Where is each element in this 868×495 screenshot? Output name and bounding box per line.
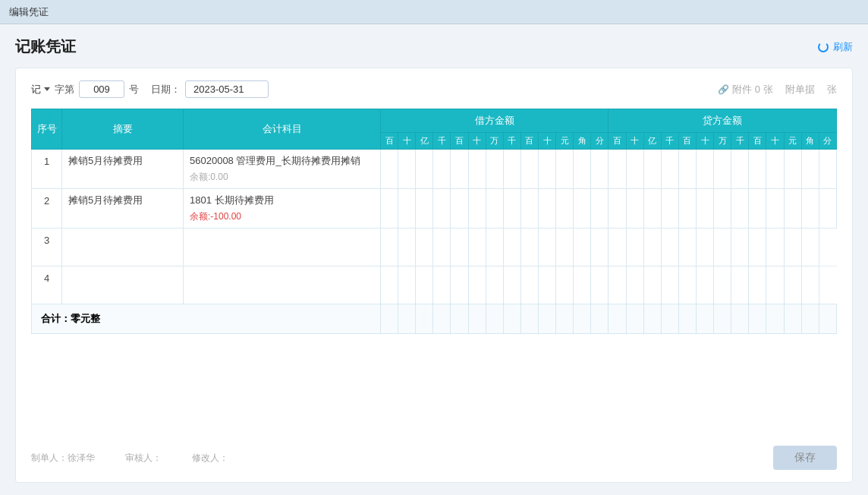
zi-label: 字第 xyxy=(55,83,74,96)
row1-d13[interactable] xyxy=(591,150,609,189)
date-label: 日期： xyxy=(151,83,181,96)
page-zhang-label: 张 xyxy=(827,83,837,96)
row1-c3[interactable] xyxy=(643,150,661,189)
row2-c8[interactable] xyxy=(731,189,749,229)
row2-d9[interactable] xyxy=(520,189,538,229)
table-header-top: 序号 摘要 会计科目 借方金额 贷方金额 xyxy=(32,109,837,133)
debit-digit-bai3: 百 xyxy=(520,133,538,150)
paperclip-icon: 🔗 xyxy=(718,84,729,95)
row3-account[interactable] xyxy=(184,229,381,266)
row1-c7[interactable] xyxy=(714,150,731,189)
row3-summary[interactable] xyxy=(62,229,184,266)
form-row: 记 字第 号 日期： 🔗 附件 0 张 xyxy=(31,80,837,98)
table-row: 2 摊销5月待摊费用 1801 长期待摊费用 余额:-100.00 xyxy=(32,189,837,229)
row1-d8[interactable] xyxy=(503,150,520,189)
row1-d11[interactable] xyxy=(556,150,574,189)
credit-digit-yuan: 元 xyxy=(784,133,801,150)
voucher-prefix: 记 xyxy=(31,83,41,96)
row2-d2[interactable] xyxy=(398,189,416,229)
row2-c1[interactable] xyxy=(609,189,626,229)
row2-d4[interactable] xyxy=(433,189,451,229)
reviewer-label: 审核人： xyxy=(125,452,162,463)
row1-c12[interactable] xyxy=(801,150,819,189)
creator-info: 制单人：徐泽华 xyxy=(31,452,95,465)
attachment-link[interactable]: 🔗 附件 0 张 xyxy=(718,83,773,96)
row2-c5[interactable] xyxy=(678,189,696,229)
modifier-info: 修改人： xyxy=(192,452,228,465)
debit-digit-shi3: 十 xyxy=(538,133,555,150)
row2-d8[interactable] xyxy=(503,189,520,229)
row1-c11[interactable] xyxy=(784,150,801,189)
debit-digit-fen: 分 xyxy=(591,133,609,150)
row1-d2[interactable] xyxy=(398,150,416,189)
row2-c7[interactable] xyxy=(714,189,731,229)
row1-account[interactable]: 56020008 管理费用_长期待摊费用摊销 余额:0.00 xyxy=(184,150,381,189)
debit-digit-qian2: 千 xyxy=(503,133,520,150)
row2-c4[interactable] xyxy=(661,189,678,229)
reviewer-info: 审核人： xyxy=(125,452,162,465)
row1-d12[interactable] xyxy=(574,150,591,189)
row2-d7[interactable] xyxy=(486,189,503,229)
row1-d1[interactable] xyxy=(381,150,398,189)
row2-d12[interactable] xyxy=(574,189,591,229)
row1-d5[interactable] xyxy=(451,150,468,189)
row2-d6[interactable] xyxy=(468,189,486,229)
row1-c8[interactable] xyxy=(731,150,749,189)
row1-c9[interactable] xyxy=(749,150,766,189)
row2-d11[interactable] xyxy=(556,189,574,229)
row2-c13[interactable] xyxy=(819,189,836,229)
row1-d3[interactable] xyxy=(416,150,433,189)
attachment-label: 附件 xyxy=(732,83,752,96)
row2-d3[interactable] xyxy=(416,189,433,229)
row2-c9[interactable] xyxy=(749,189,766,229)
row1-d4[interactable] xyxy=(433,150,451,189)
row4-summary[interactable] xyxy=(62,266,184,304)
voucher-table: 序号 摘要 会计科目 借方金额 贷方金额 百 十 亿 千 百 十 xyxy=(31,109,837,437)
credit-digit-yi: 亿 xyxy=(643,133,661,150)
row2-d10[interactable] xyxy=(538,189,555,229)
refresh-label: 刷新 xyxy=(833,40,853,54)
credit-digit-wan: 万 xyxy=(714,133,731,150)
row1-c1[interactable] xyxy=(609,150,626,189)
header-seq: 序号 xyxy=(32,109,62,150)
voucher-type-button[interactable]: 记 xyxy=(31,83,50,96)
row2-summary[interactable]: 摊销5月待摊费用 xyxy=(62,189,184,229)
row2-c3[interactable] xyxy=(643,189,661,229)
voucher-type-group: 记 字第 号 xyxy=(31,80,139,98)
row2-d1[interactable] xyxy=(381,189,398,229)
bottom-info: 制单人：徐泽华 审核人： 修改人： 保存 xyxy=(31,446,837,470)
row1-c4[interactable] xyxy=(661,150,678,189)
row2-c2[interactable] xyxy=(626,189,643,229)
row2-c6[interactable] xyxy=(696,189,713,229)
row2-c10[interactable] xyxy=(766,189,784,229)
credit-digit-shi3: 十 xyxy=(766,133,784,150)
row2-account[interactable]: 1801 长期待摊费用 余额:-100.00 xyxy=(184,189,381,229)
attachment-count: 0 xyxy=(755,84,760,95)
row2-balance: 余额:-100.00 xyxy=(190,210,374,223)
row1-c2[interactable] xyxy=(626,150,643,189)
row2-d5[interactable] xyxy=(451,189,468,229)
voucher-number-input[interactable] xyxy=(79,80,124,98)
debit-digit-yuan: 元 xyxy=(556,133,574,150)
row1-d7[interactable] xyxy=(486,150,503,189)
row2-c12[interactable] xyxy=(801,189,819,229)
row1-d6[interactable] xyxy=(468,150,486,189)
date-input[interactable] xyxy=(185,80,269,98)
row1-c13[interactable] xyxy=(819,150,836,189)
row4-account[interactable] xyxy=(184,266,381,304)
row1-c10[interactable] xyxy=(766,150,784,189)
row1-c5[interactable] xyxy=(678,150,696,189)
row1-d10[interactable] xyxy=(538,150,555,189)
row2-c11[interactable] xyxy=(784,189,801,229)
attachment-area: 🔗 附件 0 张 附单据 张 xyxy=(718,83,837,96)
content-area: 记账凭证 刷新 记 字第 号 日期： xyxy=(0,24,868,495)
refresh-button[interactable]: 刷新 xyxy=(818,40,853,54)
row1-d9[interactable] xyxy=(520,150,538,189)
save-button[interactable]: 保存 xyxy=(773,446,837,470)
row1-summary[interactable]: 摊销5月待摊费用 xyxy=(62,150,184,189)
row2-d13[interactable] xyxy=(591,189,609,229)
row2-seq: 2 xyxy=(32,189,62,229)
credit-digit-jiao: 角 xyxy=(801,133,819,150)
row3-d1[interactable] xyxy=(381,229,398,266)
row1-c6[interactable] xyxy=(696,150,713,189)
